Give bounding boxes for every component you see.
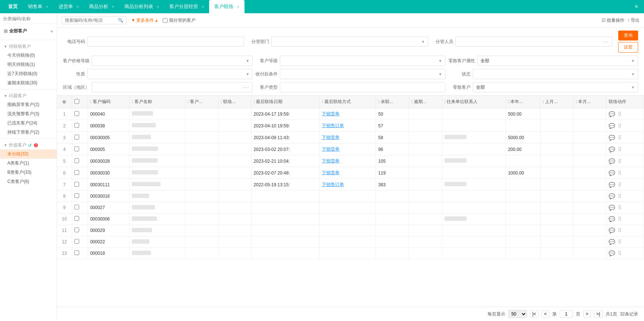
tab-customer-contact[interactable]: 客户联络 × — [209, 0, 244, 13]
my-customers-check[interactable] — [163, 18, 168, 23]
close-tab-customer-contact[interactable]: × — [237, 4, 239, 9]
area-select[interactable]: ··· — [92, 82, 253, 92]
tab-product-list[interactable]: 商品分析列表 × — [119, 0, 164, 13]
sidebar-item-ungroup[interactable]: 未分组(32) — [0, 149, 57, 159]
more-icon[interactable]: ⠿ — [618, 239, 622, 245]
person-select[interactable]: ··· — [455, 36, 612, 47]
customer-type-select[interactable] — [280, 82, 445, 92]
last-contact-method[interactable]: 下销货单 — [320, 167, 376, 179]
row-checkbox-cell[interactable] — [72, 179, 88, 191]
row-checkbox[interactable] — [74, 158, 79, 163]
more-icon[interactable]: ⠿ — [618, 123, 622, 129]
last-contact-method[interactable]: 下销售订单 — [320, 120, 376, 132]
row-checkbox[interactable] — [74, 227, 79, 232]
th-this-year[interactable]: : 本年... — [506, 96, 540, 108]
more-icon[interactable]: ⠿ — [618, 147, 622, 152]
row-checkbox[interactable] — [74, 239, 79, 244]
sidebar-item-today[interactable]: 今天待联络(0) — [0, 51, 57, 60]
last-contact-method[interactable]: 下销售订单 — [320, 179, 376, 191]
per-page-select[interactable]: 50 100 200 — [508, 310, 527, 318]
row-checkbox[interactable] — [74, 170, 79, 175]
my-customers-checkbox[interactable]: 我分管的客户 — [163, 17, 196, 24]
sidebar-search-input[interactable] — [3, 16, 57, 21]
th-this-month[interactable]: : 本月... — [573, 96, 606, 108]
message-icon[interactable]: 💬 — [609, 216, 615, 222]
close-tab-product-list[interactable]: × — [157, 4, 159, 9]
th-client-type[interactable]: : 客户... — [185, 96, 218, 108]
sidebar-item-hoard-abnormal[interactable]: 囤购异常客户(2) — [0, 100, 57, 109]
row-checkbox[interactable] — [74, 216, 79, 221]
first-page-button[interactable]: |< — [530, 310, 539, 318]
dept-select[interactable]: ▼ — [271, 36, 428, 47]
nature-select[interactable]: ▼ — [87, 69, 253, 79]
search-input[interactable] — [65, 18, 116, 23]
tab-home[interactable]: 首页 — [3, 0, 23, 13]
row-checkbox[interactable] — [74, 182, 79, 187]
next-page-button[interactable]: > — [583, 310, 591, 318]
sidebar-item-overdue[interactable]: 逾期未联络(30) — [0, 78, 57, 88]
more-icon[interactable]: ⠿ — [618, 135, 622, 141]
select-all-checkbox[interactable] — [74, 99, 79, 104]
message-icon[interactable]: 💬 — [609, 227, 615, 233]
contact-method-link[interactable]: 下销售订单 — [322, 123, 344, 128]
status-select[interactable]: ▼ — [473, 69, 638, 79]
contact-method-link[interactable]: 下销货单 — [322, 170, 339, 175]
tab-sales-order[interactable]: 销售单 × — [23, 0, 53, 13]
th-overdue[interactable]: : 逾期... — [409, 96, 442, 108]
prev-page-button[interactable]: < — [542, 310, 549, 318]
retail-customer-select[interactable]: 全部▼ — [473, 82, 638, 92]
row-checkbox-cell[interactable] — [72, 236, 88, 248]
contact-method-link[interactable]: 下销货单 — [322, 135, 339, 140]
more-icon[interactable]: ⠿ — [618, 216, 622, 222]
close-tab-purchase[interactable]: × — [77, 4, 79, 9]
search-icon[interactable]: 🔍 — [118, 18, 123, 23]
query-button[interactable]: 查询 — [618, 31, 638, 40]
tab-customer-tier[interactable]: 客户分层经营 × — [164, 0, 209, 13]
last-contact-method[interactable]: 下销货单 — [320, 155, 376, 167]
message-icon[interactable]: 💬 — [609, 205, 615, 211]
more-icon[interactable]: ⠿ — [618, 182, 622, 188]
tab-purchase-order[interactable]: 进货单 × — [53, 0, 84, 13]
sidebar-item-churned[interactable]: 已流失客户(24) — [0, 119, 57, 128]
more-icon[interactable]: ⠿ — [618, 158, 622, 164]
page-number-input[interactable] — [560, 310, 573, 318]
row-checkbox-cell[interactable] — [72, 108, 88, 120]
sidebar-group-problem-label[interactable]: ▼ 问题客户 — [0, 91, 57, 100]
settings-icon[interactable]: ⚙ — [62, 99, 66, 105]
more-icon[interactable]: ⠿ — [618, 170, 622, 176]
th-last-contact-date[interactable]: : 最后联络日期 — [251, 96, 319, 108]
batch-operation-button[interactable]: ☑ 批量操作 — [602, 17, 624, 24]
sidebar-item-type-c[interactable]: C类客户(6) — [0, 177, 57, 186]
retail-attr-select[interactable]: 全部▼ — [477, 56, 638, 66]
sidebar-collapse-button[interactable]: « — [50, 29, 53, 34]
more-icon[interactable]: ⠿ — [618, 205, 622, 211]
th-last-contact-method[interactable]: : 最后联络方式 — [320, 96, 376, 108]
contact-method-link[interactable]: 下销货单 — [322, 147, 339, 152]
more-icon[interactable]: ⠿ — [618, 111, 622, 117]
th-checkbox[interactable] — [72, 96, 88, 108]
more-icon[interactable]: ⠿ — [618, 193, 622, 199]
tab-product-analysis[interactable]: 商品分析 × — [84, 0, 119, 13]
message-icon[interactable]: 💬 — [609, 147, 615, 152]
contact-method-link[interactable]: 下销货单 — [322, 111, 339, 116]
close-tab-sales[interactable]: × — [46, 4, 48, 9]
contact-method-link[interactable]: 下销售订单 — [322, 182, 344, 187]
th-contact[interactable]: : 联络... — [218, 96, 251, 108]
row-checkbox[interactable] — [74, 205, 79, 209]
all-customers-header[interactable]: ⊞ 全部客户 « — [0, 26, 57, 36]
close-tab-customer-tier[interactable]: × — [202, 4, 204, 9]
last-contact-method[interactable]: 下销货单 — [320, 132, 376, 144]
sidebar-group-pending-label[interactable]: ▼ 待联络客户 — [0, 42, 57, 51]
sidebar-item-churn-warning[interactable]: 流失预警客户(3) — [0, 109, 57, 119]
message-icon[interactable]: 💬 — [609, 193, 615, 199]
more-conditions-button[interactable]: ▼ 更多条件 ▲ — [131, 17, 158, 24]
nav-close-button[interactable]: × — [632, 3, 641, 10]
row-checkbox-cell[interactable] — [72, 155, 88, 167]
message-icon[interactable]: 💬 — [609, 111, 615, 117]
row-checkbox-cell[interactable] — [72, 120, 88, 132]
phone-input[interactable] — [87, 36, 244, 47]
message-icon[interactable]: 💬 — [609, 239, 615, 245]
payment-select[interactable]: ▼ — [280, 69, 445, 79]
row-checkbox-cell[interactable] — [72, 144, 88, 155]
row-checkbox-cell[interactable] — [72, 214, 88, 225]
